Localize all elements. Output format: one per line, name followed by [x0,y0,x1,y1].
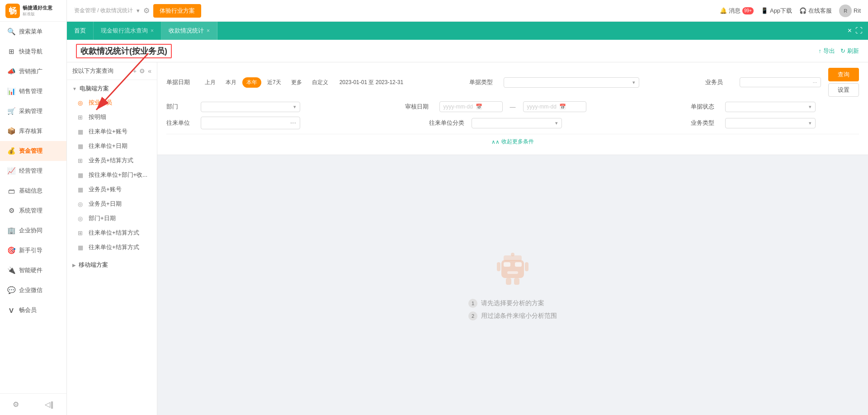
sidebar-item-wechat[interactable]: 💬 企业微信 [0,280,66,300]
doc-type-chevron-icon: ▾ [632,80,635,85]
page-actions: ↑ 导出 ↻ 刷新 [819,47,859,55]
maximize-icon[interactable]: ⛶ [855,27,863,35]
scheme-item-unit-settlement2[interactable]: ▦ 往来单位+结算方式 [67,240,157,255]
sidebar-item-enterprise[interactable]: 🏢 企业协同 [0,221,66,241]
settings-icon[interactable]: ⚙ [143,6,150,15]
counterpart-category-select[interactable]: ▾ [472,118,562,128]
notification-btn[interactable]: 🔔 消息 99+ [720,7,754,15]
sidebar-item-quicknav[interactable]: ⊞ 快捷导航 [0,42,66,61]
scheme-group-mobile: ▶ 移动端方案 [67,256,157,274]
expand-arrow-icon: ▼ [72,86,77,91]
scheme-item-salesperson-settlement[interactable]: ⊞ 业务员+结算方式 [67,153,157,168]
salesperson-date-icon: ◎ [78,201,85,208]
scheme-item-unit-settlement1[interactable]: ⊞ 往来单位+结算方式 [67,226,157,240]
breadcrumb: 资金管理 / 收款情况统计 [74,7,133,14]
notification-badge: 99+ [742,7,754,14]
tab-close-collection[interactable]: × [207,28,210,34]
scheme-item-dept-date[interactable]: ◎ 部门+日期 [67,211,157,226]
business-type-select[interactable]: ▾ [725,118,816,128]
export-btn[interactable]: ↑ 导出 [819,47,835,55]
sidebar-item-operations[interactable]: 📈 经营管理 [0,161,66,181]
salesperson-select[interactable]: ··· [740,77,821,87]
date-tab-this-year[interactable]: 本年 [242,77,261,88]
collapse-filter-btn[interactable]: ∧∧ 收起更多条件 [166,134,859,149]
sidebar-item-search[interactable]: 🔍 搜索菜单 [0,22,66,42]
operations-icon: 📈 [7,167,15,175]
scheme-settings-icon[interactable]: ⚙ [139,67,145,75]
download-icon: 📱 [761,7,768,14]
tab-bank[interactable]: 现金银行流水查询 × [94,22,161,40]
date-tab-more[interactable]: 更多 [287,77,306,88]
sidebar-item-marketing[interactable]: 📣 营销推广 [0,61,66,81]
sidebar-item-guide[interactable]: 🎯 新手引导 [0,241,66,260]
close-window-icon[interactable]: × [848,27,852,35]
logo-icon: 畅 [5,4,20,18]
trial-btn[interactable]: 体验行业方案 [153,4,201,18]
sidebar-item-hardware[interactable]: 🔌 智能硬件 [0,260,66,280]
user-menu[interactable]: R Rit [839,5,861,17]
sidebar-item-sales[interactable]: 📊 销售管理 [0,81,66,101]
main-area: 资金管理 / 收款情况统计 ▾ ⚙ 体验行业方案 🔔 消息 99+ 📱 App下… [67,0,868,415]
scheme-group-desktop-title[interactable]: ▼ 电脑端方案 [67,82,157,95]
member-icon: V [7,306,15,314]
review-date-start[interactable]: yyyy-mm-dd 📅 [439,101,503,112]
scheme-item-salesperson-date[interactable]: ◎ 业务员+日期 [67,197,157,211]
scheme-item-unit-dept[interactable]: ▦ 按往来单位+部门+收... [67,168,157,182]
sidebar-item-system[interactable]: ⚙ 系统管理 [0,201,66,221]
tabbar: 首页 现金银行流水查询 × 收款情况统计 × × ⛶ [67,22,868,40]
customer-service-btn[interactable]: 🎧 在线客服 [799,7,832,15]
tabbar-right: × ⛶ [848,22,868,40]
review-date-end[interactable]: yyyy-mm-dd 📅 [523,101,586,112]
topbar-right: 🔔 消息 99+ 📱 App下载 🎧 在线客服 R Rit [720,5,861,17]
doc-type-select[interactable]: ▾ [504,77,639,88]
doc-status-select[interactable]: ▾ [725,102,816,112]
scheme-item-unit-account[interactable]: ▦ 往来单位+账号 [67,124,157,139]
sidebar-item-basic[interactable]: 🗃 基础信息 [0,181,66,201]
svg-rect-5 [525,262,528,271]
svg-rect-4 [497,262,500,271]
tab-close-bank[interactable]: × [151,28,154,34]
tab-collection[interactable]: 收款情况统计 × [161,22,217,40]
date-tab-custom[interactable]: 自定义 [308,77,332,88]
business-type-label: 业务类型 [691,119,718,127]
sidebar-item-purchase[interactable]: 🛒 采购管理 [0,101,66,121]
date-tab-last-month[interactable]: 上月 [201,77,220,88]
breadcrumb-dropdown-icon[interactable]: ▾ [137,7,140,14]
scheme-item-by-salesperson[interactable]: ◎ 按业务员 [67,95,157,110]
unit-settlement2-icon: ▦ [78,244,85,251]
scheme-group-mobile-title[interactable]: ▶ 移动端方案 [67,258,157,272]
app-download-btn[interactable]: 📱 App下载 [761,7,792,15]
collapse-panel-icon[interactable]: « [148,67,151,75]
sidebar-bottom: ⚙ ◁‖ [0,393,66,415]
date-tab-this-month[interactable]: 本月 [222,77,241,88]
dept-chevron-icon: ▾ [293,104,296,110]
unit-settlement1-icon: ⊞ [78,230,85,236]
page-header: 收款情况统计(按业务员) ↑ 导出 ↻ 刷新 [67,40,868,62]
scheme-item-by-detail[interactable]: ⊞ 按明细 [67,110,157,124]
settings-btn[interactable]: 设置 [828,83,859,97]
settings-bottom-icon[interactable]: ⚙ [10,397,22,411]
collapse-sidebar-icon[interactable]: ◁‖ [42,397,57,411]
filter-row-3: 往来单位 ··· 往来单位分类 ▾ 业务类型 [166,117,859,129]
sidebar-item-finance[interactable]: 💰 资金管理 [0,141,66,161]
page-title: 收款情况统计(按业务员) [76,44,172,58]
add-scheme-icon[interactable]: + [133,67,137,75]
query-btn[interactable]: 查询 [828,68,859,81]
date-tab-last-7-days[interactable]: 近7天 [263,77,285,88]
chevron-up-icon: ∧∧ [491,139,500,145]
hardware-icon: 🔌 [7,266,15,274]
counterpart-dots[interactable]: ··· [290,119,296,127]
search-icon: 🔍 [7,28,15,36]
sidebar-item-member[interactable]: V 畅会员 [0,300,66,320]
salesperson-label: 业务员 [705,78,732,86]
refresh-icon: ↻ [840,47,845,54]
salesperson-chevron-icon: ··· [813,80,817,85]
refresh-btn[interactable]: ↻ 刷新 [840,47,859,55]
tab-home[interactable]: 首页 [67,22,94,40]
scheme-item-salesperson-account[interactable]: ▦ 业务员+账号 [67,182,157,197]
counterpart-select[interactable]: ··· [201,117,300,129]
scheme-item-unit-date[interactable]: ▦ 往来单位+日期 [67,139,157,153]
dept-select[interactable]: ▾ [201,102,300,112]
sidebar-item-inventory[interactable]: 📦 库存核算 [0,121,66,141]
page-content: 收款情况统计(按业务员) ↑ 导出 ↻ 刷新 按以下方案查询 [67,40,868,415]
